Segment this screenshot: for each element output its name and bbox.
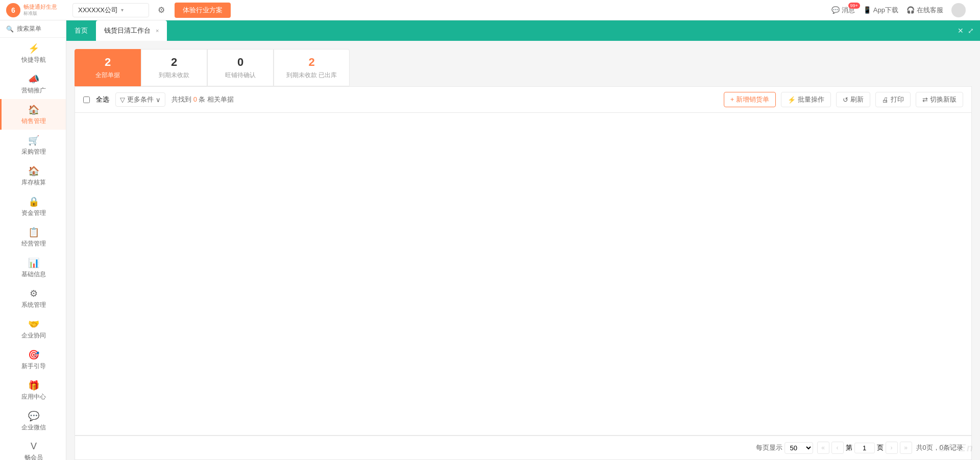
tab-close-icon[interactable]: ✕ [958, 27, 964, 35]
sidebar: 🔍 搜索菜单 ⚡ 快捷导航 📣 营销推广 🏠 销售管理 🛒 采购管理 🏠 库存核… [0, 20, 66, 460]
page-first-button[interactable]: « [817, 442, 829, 454]
sidebar-item-label: 经营管理 [21, 239, 46, 248]
tab-workbench-label: 钱货日清工作台 [104, 26, 151, 35]
toolbar-right: + 新增销货单 ⚡ 批量操作 ↺ 刷新 🖨 打印 ⇄ [724, 92, 963, 107]
sidebar-item-label: 企业微信 [21, 423, 46, 432]
tab-home[interactable]: 首页 [66, 20, 96, 41]
online-service-label: 在线客服 [917, 6, 943, 15]
page-size-selector: 每页显示 50 20 100 [756, 442, 813, 454]
sidebar-item-inventory[interactable]: 🏠 库存核算 [0, 160, 66, 191]
page-label-end: 页 [877, 443, 884, 452]
sidebar-item-operation[interactable]: 📋 经营管理 [0, 222, 66, 252]
stat-label-pending: 旺铺待确认 [225, 71, 256, 80]
message-icon: 💬 [831, 6, 840, 14]
sidebar-item-purchase[interactable]: 🛒 采购管理 [0, 130, 66, 160]
pagination-bar: 每页显示 50 20 100 « ‹ 第 页 › » 共0页，0条记录 [75, 435, 972, 460]
table-area [75, 113, 972, 435]
search-menu-item[interactable]: 🔍 搜索菜单 [0, 20, 66, 38]
sidebar-item-label: 应用中心 [21, 393, 46, 401]
print-button[interactable]: 🖨 打印 [875, 92, 911, 107]
sidebar-item-system[interactable]: ⚙ 系统管理 [0, 283, 66, 313]
main-layout: 🔍 搜索菜单 ⚡ 快捷导航 📣 营销推广 🏠 销售管理 🛒 采购管理 🏠 库存核… [0, 20, 980, 460]
sidebar-item-member[interactable]: V 畅会员 [0, 436, 66, 460]
tab-bar: 首页 钱货日清工作台 × ✕ ⤢ [66, 20, 980, 41]
select-all-checkbox[interactable] [83, 96, 90, 103]
stat-card-all[interactable]: 2 全部单据 [75, 49, 141, 86]
refresh-button[interactable]: ↺ 刷新 [836, 92, 870, 107]
stat-card-pending[interactable]: 0 旺铺待确认 [207, 49, 274, 86]
top-bar-right: 💬 消息 99+ 📱 App下载 🎧 在线客服 [831, 3, 974, 17]
tab-home-label: 首页 [75, 26, 88, 35]
search-icon: 🔍 [6, 26, 14, 33]
member-icon: V [31, 441, 37, 452]
search-menu-label: 搜索菜单 [17, 25, 41, 33]
filter-button[interactable]: ▽ 更多条件 ∨ [115, 92, 165, 107]
app-download-label: App下载 [873, 6, 898, 15]
stat-card-overdue[interactable]: 2 到期未收款 [141, 49, 207, 86]
per-page-label: 每页显示 [756, 443, 782, 452]
purchase-icon: 🛒 [28, 135, 39, 146]
top-bar: 6 畅捷通好生意 标准版 XXXXXX公司 ▾ ⚙ 体验行业方案 💬 消息 99… [0, 0, 980, 20]
page-last-button[interactable]: » [900, 442, 912, 454]
tab-expand-icon[interactable]: ⤢ [968, 27, 974, 35]
sidebar-item-quick-nav[interactable]: ⚡ 快捷导航 [0, 38, 66, 68]
logo-area: 6 畅捷通好生意 标准版 [6, 3, 72, 17]
toolbar: 全选 ▽ 更多条件 ∨ 共找到 0 条 相关单据 + 新增销货单 [75, 86, 972, 113]
sidebar-item-enterprise[interactable]: 🤝 企业协同 [0, 313, 66, 344]
sidebar-item-finance[interactable]: 🔒 资金管理 [0, 191, 66, 222]
sidebar-item-label: 系统管理 [21, 301, 46, 309]
messages-button[interactable]: 💬 消息 99+ [831, 6, 855, 15]
wechat-icon: 💬 [28, 410, 39, 422]
found-number: 0 [193, 95, 197, 103]
download-icon: 📱 [863, 6, 871, 14]
sales-icon: 🏠 [28, 104, 39, 115]
app-download-button[interactable]: 📱 App下载 [863, 6, 898, 15]
sidebar-item-label: 快捷导航 [21, 56, 46, 64]
page-label: 第 [846, 443, 852, 452]
page-input[interactable] [854, 443, 875, 453]
main-content: 首页 钱货日清工作台 × ✕ ⤢ 2 全部单据 2 到期未收款 [66, 20, 980, 460]
batch-operation-button[interactable]: ⚡ 批量操作 [781, 92, 831, 107]
sidebar-item-wechat[interactable]: 💬 企业微信 [0, 405, 66, 436]
print-label: 打印 [891, 95, 904, 104]
enterprise-icon: 🤝 [28, 319, 39, 330]
appstore-icon: 🎁 [28, 380, 39, 391]
sidebar-item-appstore[interactable]: 🎁 应用中心 [0, 375, 66, 405]
sidebar-item-guide[interactable]: 🎯 新手引导 [0, 344, 66, 375]
switch-version-button[interactable]: ⇄ 切换新版 [916, 92, 963, 107]
tab-close-icon[interactable]: × [156, 28, 159, 34]
page-area: 2 全部单据 2 到期未收款 0 旺铺待确认 2 到期未收款 已出库 [66, 41, 980, 460]
select-all-label: 全选 [96, 95, 109, 104]
sidebar-item-label: 库存核算 [21, 178, 46, 187]
chevron-down-icon: ▾ [121, 7, 124, 13]
stat-label-all: 全部单据 [95, 71, 120, 80]
per-page-select[interactable]: 50 20 100 [785, 442, 813, 454]
online-service-button[interactable]: 🎧 在线客服 [906, 6, 943, 15]
sidebar-item-label: 资金管理 [21, 209, 46, 217]
company-selector[interactable]: XXXXXX公司 ▾ [72, 3, 149, 17]
tab-workbench[interactable]: 钱货日清工作台 × [96, 20, 167, 41]
filter-label: 更多条件 [127, 95, 154, 104]
stat-number-shipped: 2 [309, 56, 315, 69]
new-order-button[interactable]: + 新增销货单 [724, 92, 776, 107]
settings-icon[interactable]: ⚙ [153, 2, 169, 18]
page-next-button[interactable]: › [886, 442, 898, 454]
basic-icon: 📊 [28, 257, 39, 269]
switch-label: 切换新版 [930, 95, 957, 104]
guide-icon: 🎯 [28, 349, 39, 360]
trial-button[interactable]: 体验行业方案 [175, 3, 231, 18]
stats-row: 2 全部单据 2 到期未收款 0 旺铺待确认 2 到期未收款 已出库 [66, 41, 980, 86]
switch-icon: ⇄ [922, 96, 928, 104]
avatar[interactable] [951, 3, 966, 17]
page-nav: « ‹ 第 页 › » [817, 442, 912, 454]
filter-chevron-icon: ∨ [156, 96, 161, 104]
watermark: OfTEn [938, 442, 974, 454]
sidebar-item-label: 畅会员 [24, 453, 43, 460]
company-name: XXXXXX公司 [78, 6, 118, 15]
sidebar-item-marketing[interactable]: 📣 营销推广 [0, 68, 66, 99]
sidebar-item-sales[interactable]: 🏠 销售管理 [0, 99, 66, 130]
sidebar-item-basic[interactable]: 📊 基础信息 [0, 252, 66, 283]
stat-card-shipped[interactable]: 2 到期未收款 已出库 [274, 49, 350, 86]
sidebar-item-label: 销售管理 [21, 117, 46, 126]
page-prev-button[interactable]: ‹ [831, 442, 844, 454]
